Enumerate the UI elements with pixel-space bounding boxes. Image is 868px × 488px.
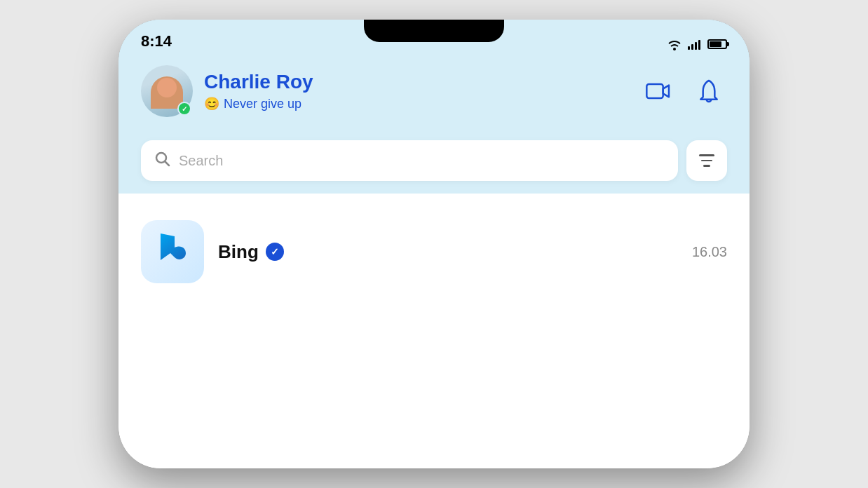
search-section: Search xyxy=(141,140,727,181)
status-text: Never give up xyxy=(224,97,301,111)
filter-icon xyxy=(699,154,714,167)
chat-name: Bing xyxy=(218,241,259,263)
phone-frame: 8:14 xyxy=(118,20,750,468)
search-icon xyxy=(155,151,170,170)
avatar[interactable] xyxy=(141,65,193,117)
status-emoji: 😊 xyxy=(204,96,219,111)
video-call-button[interactable] xyxy=(640,73,677,109)
verified-check-icon: ✓ xyxy=(271,246,279,257)
status-icons xyxy=(667,38,727,50)
bing-logo xyxy=(141,220,204,283)
svg-rect-0 xyxy=(646,84,663,98)
phone-screen: 8:14 xyxy=(118,20,750,468)
wifi-icon xyxy=(667,38,682,50)
verified-badge: ✓ xyxy=(266,243,284,261)
profile-actions xyxy=(640,73,727,109)
chat-time: 16.03 xyxy=(692,244,727,260)
chat-info: Bing ✓ xyxy=(218,241,678,263)
online-status-badge xyxy=(177,102,191,116)
profile-status: 😊 Never give up xyxy=(204,96,313,111)
battery-icon xyxy=(707,39,727,49)
signal-bars-icon xyxy=(688,39,700,50)
svg-line-2 xyxy=(165,161,170,165)
search-placeholder: Search xyxy=(179,153,223,169)
profile-name: Charlie Roy xyxy=(204,71,313,93)
content-area: Bing ✓ 16.03 xyxy=(118,194,750,468)
profile-left: Charlie Roy 😊 Never give up xyxy=(141,65,313,117)
list-item[interactable]: Bing ✓ 16.03 xyxy=(118,206,750,297)
search-bar[interactable]: Search xyxy=(141,140,678,181)
notifications-button[interactable] xyxy=(691,73,727,109)
profile-section: Charlie Roy 😊 Never give up xyxy=(141,65,727,117)
filter-button[interactable] xyxy=(686,140,727,181)
notch xyxy=(364,20,504,42)
profile-info: Charlie Roy 😊 Never give up xyxy=(204,71,313,111)
